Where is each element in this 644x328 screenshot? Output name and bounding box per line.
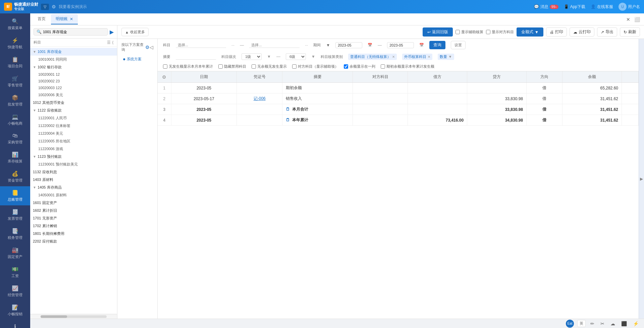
tab-home[interactable]: 首页 <box>33 14 50 24</box>
no-amount-checkbox[interactable] <box>163 64 167 69</box>
user-nav[interactable]: U 用户名 <box>619 3 640 11</box>
bottom-icon-5[interactable]: ⚡ <box>632 320 640 327</box>
sidebar-item-inventory[interactable]: 📊 库存核算 <box>0 148 30 167</box>
sidebar-item-quick-nav[interactable]: ⚡ 快捷导航 <box>0 34 30 53</box>
tree-node-1701[interactable]: 1701 无形资产 <box>30 214 117 222</box>
tab-close-icon[interactable]: ✕ <box>70 17 73 21</box>
checkbox-period-balance[interactable]: 期初余额显示本年累计发生额 <box>381 64 434 69</box>
show-contra-filter-checkbox[interactable] <box>292 64 297 69</box>
side-expand-strip[interactable]: ▶ <box>639 39 644 319</box>
period-start-input[interactable] <box>335 42 362 48</box>
show-aux-check[interactable]: 显示辅助核算 <box>455 29 483 35</box>
tree-node-10020002[interactable]: 10020002 23 <box>30 78 117 84</box>
sidebar-item-capital[interactable]: 💰 资金管理 <box>0 167 30 186</box>
tree-node-1123[interactable]: ▼ 1123 预付账款 <box>30 153 117 160</box>
period-end-calendar-icon[interactable]: 📅 <box>419 43 424 47</box>
tree-node-1602[interactable]: 1602 累计折旧 <box>30 207 117 214</box>
refresh-btn[interactable]: ↻ 刷新 <box>620 27 640 37</box>
sidebar-item-ops[interactable]: 📈 经营管理 <box>0 282 30 301</box>
checkbox-show-contra[interactable]: 对方科目（显示辅助项） <box>292 64 338 69</box>
tag-3-dropdown[interactable]: ▼ <box>448 55 452 59</box>
tree-node-14050001[interactable]: 14050001 原材料 <box>30 191 117 199</box>
period-balance-checkbox[interactable] <box>381 64 385 69</box>
sidebar-item-search-menu[interactable]: 🔍 搜索菜单 <box>0 15 30 34</box>
expand-more-btn[interactable]: ▲ 收起更多 <box>121 28 149 36</box>
sidebar-item-payroll[interactable]: 💵 工资 <box>0 263 30 282</box>
export-btn[interactable]: ↗ 导出 <box>597 27 617 37</box>
sidebar-item-invoice[interactable]: 🧾 发票管理 <box>0 205 30 224</box>
category-tag-2[interactable]: 外币核算科目 ✕ <box>402 54 432 60</box>
sidebar-item-tax[interactable]: 📑 税务管理 <box>0 224 30 244</box>
sidebar-item-accounting[interactable]: 📒 总账管理 <box>0 186 30 205</box>
settings-btn[interactable]: 设置 <box>451 41 466 49</box>
table-settings-icon[interactable]: ⚙ <box>162 74 166 80</box>
account-search-bar[interactable]: 🔍 <box>34 28 108 36</box>
sidebar-item-wholesale[interactable]: 📦 批发管理 <box>0 91 30 110</box>
tree-node-1702[interactable]: 1702 累计摊销 <box>30 222 117 230</box>
show-contra-checkbox[interactable] <box>486 30 490 34</box>
tree-node-11220005[interactable]: 11220005 所在地区 <box>30 137 117 145</box>
settings-icon[interactable]: ⚙ <box>52 4 56 9</box>
tree-node-1601[interactable]: 1601 固定资产 <box>30 199 117 207</box>
list-view-icon[interactable]: ☰ <box>107 40 111 45</box>
tab-close-btn[interactable]: ✕ <box>625 16 632 23</box>
balance-col-checkbox[interactable] <box>344 64 348 69</box>
tree-node-10020003[interactable]: 10020003 122 <box>30 84 117 91</box>
tag-remove-icon-2[interactable]: ✕ <box>428 55 430 59</box>
subject-input[interactable] <box>176 42 226 48</box>
account-nav-forward-icon[interactable]: ▶ <box>110 29 114 35</box>
hide-disabled-checkbox[interactable] <box>218 64 223 69</box>
collapse-icon[interactable]: ⟨ <box>112 40 114 45</box>
tree-node-1012[interactable]: 1012 其他货币资金 <box>30 99 117 107</box>
checkbox-no-amount[interactable]: 无发生额显示本月本年累计 <box>163 64 213 69</box>
tag-remove-icon-1[interactable]: ✕ <box>392 55 395 59</box>
tree-node-11220006[interactable]: 11220006 游戏 <box>30 145 117 153</box>
tree-node-10010001[interactable]: 10010001 同同同 <box>30 56 117 63</box>
bottom-icon-4[interactable]: ⬛ <box>620 320 628 327</box>
tab-maximize-btn[interactable]: ⬜ <box>633 16 641 23</box>
tree-node-1132[interactable]: 1132 应收利息 <box>30 168 117 176</box>
bottom-icon-2[interactable]: ✂ <box>599 320 606 327</box>
tree-node-1122[interactable]: ▼ 1122 应收账款 <box>30 107 117 114</box>
summary-input[interactable] <box>176 54 216 60</box>
tree-node-1001[interactable]: ▼ 1001 库存现金 <box>30 48 117 56</box>
sidebar-item-ecommerce[interactable]: 💻 小畅电商 <box>0 110 30 129</box>
tree-node-10020001[interactable]: 10020001 12 <box>30 71 117 78</box>
sidebar-item-project[interactable]: 📋 项目合同 <box>0 53 30 72</box>
tree-node-11220004[interactable]: 11220004 美元 <box>30 130 117 137</box>
row-voucher-2[interactable]: 记-006 <box>237 93 282 104</box>
tree-node-11230001[interactable]: 11230001 预付账款美元 <box>30 160 117 168</box>
horizontal-scrollbar[interactable] <box>30 314 117 319</box>
tree-node-1403[interactable]: 1403 原材料 <box>30 176 117 184</box>
sidebar-item-basic-info[interactable]: ℹ 基础信息 <box>0 320 30 328</box>
tree-node-1002[interactable]: ▼ 1002 银行存款 <box>30 63 117 71</box>
demo-link[interactable]: 我要看实例演示 <box>59 4 87 10</box>
level-end-dropdown-icon[interactable]: ▼ <box>311 54 315 59</box>
tree-node-11220001[interactable]: 11220001 人民币 <box>30 114 117 122</box>
category-tag-3[interactable]: 数量 ▼ <box>438 54 454 60</box>
checkbox-hide-disabled[interactable]: 隐藏禁用科目 <box>218 64 246 69</box>
bottom-icon-1[interactable]: ✏ <box>589 320 596 327</box>
period-calendar-icon[interactable]: 📅 <box>368 43 372 47</box>
level-end-select[interactable]: 6级 4级 5级 <box>286 53 306 60</box>
system-scheme-item[interactable]: ● 系统方案 <box>120 55 155 63</box>
tree-node-2202[interactable]: 2202 应付账款 <box>30 238 117 245</box>
window-control[interactable]: ▽ <box>41 4 49 10</box>
checkbox-balance-col[interactable]: 余额显示在一列 <box>344 64 375 69</box>
category-tag-1[interactable]: 普通科目（无特殊核算） ✕ <box>348 54 397 60</box>
tree-node-10020006[interactable]: 10020006 美元 <box>30 91 117 99</box>
period-dropdown-icon[interactable]: ▼ <box>326 43 330 48</box>
online-service-nav[interactable]: 👤 在线客服 <box>591 4 613 10</box>
filter-settings-icon[interactable]: ⚙ <box>145 45 150 50</box>
eat-btn[interactable]: Eat <box>566 320 574 328</box>
sidebar-item-expense[interactable]: 📝 小畅报销 <box>0 301 30 320</box>
bottom-icon-3[interactable]: ☁ <box>609 320 616 327</box>
tree-node-1801[interactable]: 1801 长期待摊费用 <box>30 230 117 238</box>
print-btn[interactable]: 🖨 打印 <box>546 27 567 37</box>
show-aux-checkbox[interactable] <box>455 30 460 34</box>
app-download-nav[interactable]: 📱 App下载 <box>564 4 585 10</box>
show-contra-check[interactable]: 显示对方科目 <box>486 29 514 35</box>
message-nav[interactable]: 💬 消息 99+ <box>534 4 558 10</box>
format-btn[interactable]: 金额式 ▼ <box>517 27 543 37</box>
level-start-select[interactable]: 1级 2级 3级 <box>241 53 262 60</box>
